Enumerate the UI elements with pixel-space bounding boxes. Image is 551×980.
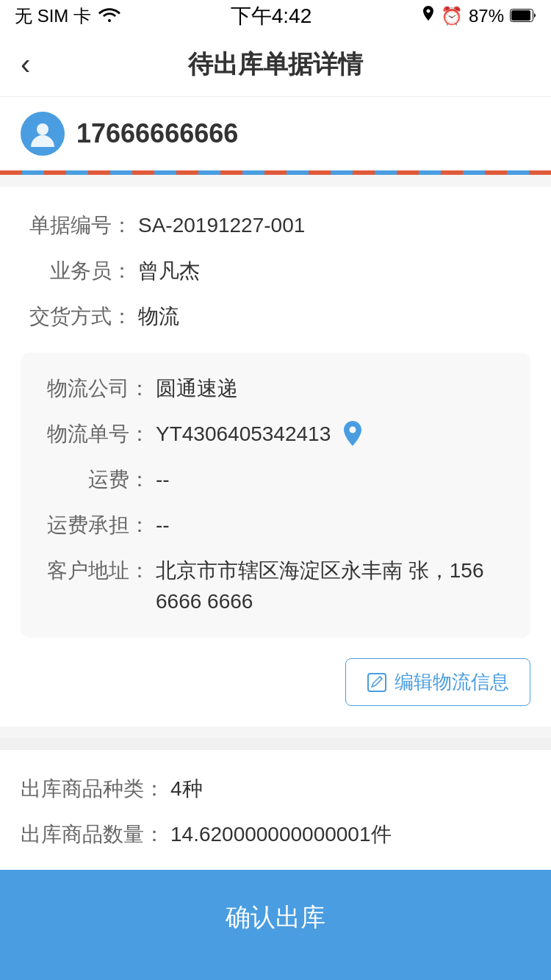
user-header-section: 17666666666 bbox=[0, 97, 551, 175]
document-number-row: 单据编号： SA-20191227-001 bbox=[21, 210, 530, 241]
quantity-label: 出库商品数量： bbox=[21, 819, 170, 850]
category-row: 出库商品种类： 4种 bbox=[21, 774, 530, 804]
section-divider-1 bbox=[0, 738, 551, 750]
basic-info-block: 单据编号： SA-20191227-001 业务员： 曾凡杰 交货方式： 物流 bbox=[0, 187, 551, 353]
tracking-number-label: 物流单号： bbox=[38, 419, 156, 450]
alarm-icon: ⏰ bbox=[441, 6, 463, 26]
dashed-divider bbox=[0, 170, 551, 175]
confirm-button-label: 确认出库 bbox=[226, 901, 325, 934]
address-label: 客户地址： bbox=[38, 555, 156, 586]
status-bar: 无 SIM 卡 下午4:42 ⏰ 87% bbox=[0, 0, 551, 32]
time-display: 下午4:42 bbox=[231, 2, 312, 30]
status-bar-left: 无 SIM 卡 bbox=[15, 4, 120, 28]
edit-btn-wrap: 编辑物流信息 bbox=[0, 658, 551, 727]
freight-row: 运费： -- bbox=[38, 464, 513, 495]
user-phone: 17666666666 bbox=[76, 118, 238, 149]
confirm-outbound-button[interactable]: 确认出库 bbox=[21, 884, 530, 951]
outbound-info-block: 出库商品种类： 4种 出库商品数量： 14.620000000000001件 bbox=[0, 750, 551, 871]
sales-rep-value: 曾凡杰 bbox=[138, 256, 530, 287]
category-label: 出库商品种类： bbox=[21, 774, 170, 804]
logistics-company-row: 物流公司： 圆通速递 bbox=[38, 373, 513, 404]
delivery-method-row: 交货方式： 物流 bbox=[21, 301, 530, 332]
tracking-number-text: YT4306405342413 bbox=[156, 419, 331, 450]
document-number-label: 单据编号： bbox=[21, 210, 138, 241]
delivery-method-value: 物流 bbox=[138, 301, 530, 332]
logistics-card: 物流公司： 圆通速递 物流单号： YT4306405342413 运费： -- … bbox=[21, 353, 530, 638]
user-avatar bbox=[21, 112, 65, 156]
address-row: 客户地址： 北京市市辖区海淀区永丰南 张，156 6666 6666 bbox=[38, 555, 513, 617]
quantity-row: 出库商品数量： 14.620000000000001件 bbox=[21, 819, 530, 850]
sales-rep-label: 业务员： bbox=[21, 256, 138, 287]
nav-bar: ‹ 待出库单据详情 bbox=[0, 32, 551, 97]
back-button[interactable]: ‹ bbox=[21, 48, 30, 81]
track-location-icon[interactable] bbox=[339, 421, 366, 447]
quantity-value: 14.620000000000001件 bbox=[170, 819, 530, 850]
page-title: 待出库单据详情 bbox=[188, 48, 363, 82]
basic-info-section: 单据编号： SA-20191227-001 业务员： 曾凡杰 交货方式： 物流 … bbox=[0, 187, 551, 727]
delivery-method-label: 交货方式： bbox=[21, 301, 138, 332]
edit-icon bbox=[367, 672, 387, 693]
document-number-value: SA-20191227-001 bbox=[138, 210, 530, 241]
wifi-icon bbox=[98, 6, 120, 26]
freight-bearer-value: -- bbox=[156, 510, 513, 541]
freight-value: -- bbox=[156, 464, 513, 495]
confirm-btn-wrap: 确认出库 bbox=[0, 870, 551, 980]
freight-bearer-row: 运费承担： -- bbox=[38, 510, 513, 541]
freight-label: 运费： bbox=[38, 464, 156, 495]
sales-rep-row: 业务员： 曾凡杰 bbox=[21, 256, 530, 287]
battery-icon bbox=[510, 6, 536, 26]
svg-point-2 bbox=[37, 123, 48, 135]
status-bar-right: ⏰ 87% bbox=[422, 6, 536, 26]
logistics-company-value: 圆通速递 bbox=[156, 373, 513, 404]
svg-rect-1 bbox=[511, 10, 530, 21]
user-header: 17666666666 bbox=[0, 97, 551, 170]
edit-logistics-label: 编辑物流信息 bbox=[395, 669, 509, 695]
location-status-icon bbox=[422, 6, 435, 26]
address-value: 北京市市辖区海淀区永丰南 张，156 6666 6666 bbox=[156, 555, 513, 617]
edit-logistics-button[interactable]: 编辑物流信息 bbox=[345, 658, 530, 706]
tracking-number-value: YT4306405342413 bbox=[156, 419, 513, 450]
logistics-company-label: 物流公司： bbox=[38, 373, 156, 404]
freight-bearer-label: 运费承担： bbox=[38, 510, 156, 541]
battery-label: 87% bbox=[469, 6, 504, 26]
category-value: 4种 bbox=[170, 774, 530, 804]
tracking-number-row: 物流单号： YT4306405342413 bbox=[38, 419, 513, 450]
svg-rect-3 bbox=[368, 674, 386, 691]
carrier-label: 无 SIM 卡 bbox=[15, 4, 91, 28]
